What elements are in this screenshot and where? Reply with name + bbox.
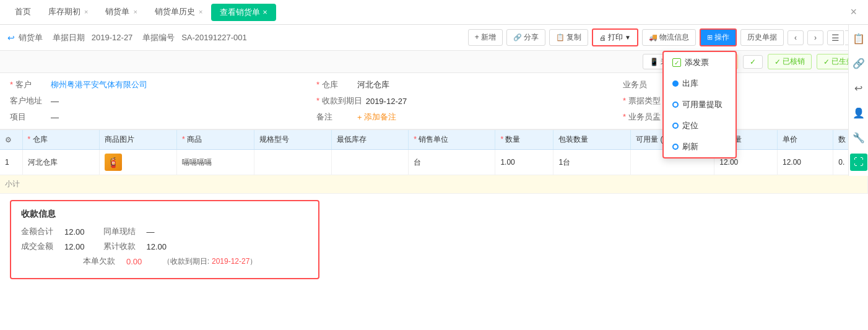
tab-sales-close[interactable]: × bbox=[133, 8, 137, 15]
operations-button[interactable]: ⊞ 操作 bbox=[700, 28, 737, 46]
tab-sales-history[interactable]: 销货单历史 × bbox=[146, 0, 211, 25]
sold-label: 已核销 bbox=[783, 56, 805, 67]
tab-sales-order[interactable]: 销货单 × bbox=[97, 0, 145, 25]
row-pack-qty: 1台 bbox=[553, 150, 631, 175]
next-button[interactable]: › bbox=[807, 30, 823, 45]
new-button[interactable]: + 新增 bbox=[468, 29, 503, 46]
tab-bar: 首页 库存期初 × 销货单 × 销货单历史 × 查看销货单 × × bbox=[0, 0, 868, 25]
payment-date-value: 2019-12-27 bbox=[366, 97, 407, 106]
doc-number-label: 单据编号 SA-20191227-001 bbox=[142, 32, 246, 43]
toolbar-right: + 新增 🔗 分享 📋 复制 🖨 打印 ▼ 🚚 物流信息 bbox=[468, 28, 861, 46]
due-label: 本单欠款 bbox=[83, 256, 126, 267]
prev-button[interactable]: ‹ bbox=[788, 30, 804, 45]
row-unit: 台 bbox=[409, 150, 495, 175]
settings-icon[interactable]: ⚙ bbox=[5, 136, 12, 144]
customer-value[interactable]: 柳州粤港平安气体有限公司 bbox=[51, 79, 147, 90]
locate-item[interactable]: 定位 bbox=[664, 115, 736, 136]
tab-sales-label: 销货单 bbox=[105, 6, 129, 17]
warehouse-field: 仓库 河北仓库 bbox=[316, 79, 610, 90]
cumulative-value: 12.00 bbox=[147, 242, 167, 251]
list-view-button[interactable]: ☰ bbox=[827, 30, 844, 45]
panel-icon-5[interactable]: 🔧 bbox=[850, 129, 867, 146]
col-min-stock: 最低库存 bbox=[331, 130, 409, 150]
warehouse-label: 仓库 bbox=[316, 79, 354, 90]
doc-meta: 单据日期 2019-12-27 单据编号 SA-20191227-001 bbox=[53, 32, 247, 43]
settlement-label: 同单现结 bbox=[103, 226, 147, 237]
check-button[interactable]: ✓ bbox=[743, 55, 763, 69]
note-field: 备注 + 添加备注 bbox=[316, 111, 610, 123]
doc-type-label: 销货单 bbox=[19, 32, 43, 43]
add-invoice-label: 添发票 bbox=[685, 57, 709, 68]
doc-date-label: 单据日期 2019-12-27 bbox=[53, 32, 132, 43]
tab-home[interactable]: 首页 bbox=[6, 0, 40, 25]
window-close-button[interactable]: × bbox=[845, 6, 862, 19]
logistics-button[interactable]: 🚚 物流信息 bbox=[642, 29, 696, 46]
note-label: 备注 bbox=[316, 111, 354, 123]
settlement-value: — bbox=[147, 227, 155, 237]
view-sales-order-button[interactable]: 查看销货单 × bbox=[211, 4, 276, 21]
panel-icon-3[interactable]: ↩ bbox=[850, 79, 867, 97]
product-image: 🧯 bbox=[105, 154, 122, 171]
available-qty-icon bbox=[672, 102, 679, 108]
sold-badge[interactable]: ✓ 已核销 bbox=[768, 54, 812, 69]
customer-field: 客户 柳州粤港平安气体有限公司 bbox=[10, 79, 304, 90]
col-spec: 规格型号 bbox=[254, 130, 331, 150]
total-value: 12.00 bbox=[64, 227, 85, 237]
share-button[interactable]: 🔗 分享 bbox=[506, 29, 545, 46]
payment-date-label: 收款到期日 bbox=[316, 95, 362, 106]
outbound-icon bbox=[672, 80, 679, 87]
doc-date-value: 2019-12-27 bbox=[92, 33, 133, 42]
copy-button[interactable]: 📋 复制 bbox=[549, 29, 588, 46]
col-warehouse: 仓库 bbox=[22, 130, 100, 150]
panel-icon-2[interactable]: 🔗 bbox=[850, 54, 867, 72]
subtotal-row: 小计 bbox=[0, 175, 868, 194]
salesperson-field: 业务员盂 — bbox=[623, 111, 858, 123]
col-qty: 数量 bbox=[495, 130, 553, 150]
add-note-icon: + bbox=[357, 113, 362, 122]
ticket-label: 票据类型 bbox=[623, 95, 661, 106]
tab-inventory-close[interactable]: × bbox=[84, 8, 88, 15]
doc-type: ↩ 销货单 bbox=[7, 32, 43, 43]
outbound-label: 出库 bbox=[682, 78, 698, 89]
operations-dropdown: ✓ 添发票 出库 可用量提取 定位 bbox=[662, 51, 737, 158]
col-product: 商品 bbox=[177, 130, 254, 150]
doc-number-value: SA-20191227-001 bbox=[181, 33, 247, 42]
tab-history-close[interactable]: × bbox=[199, 8, 202, 15]
add-invoice-item[interactable]: ✓ 添发票 bbox=[664, 52, 736, 73]
customer-label: 客户 bbox=[10, 79, 47, 90]
project-value: — bbox=[51, 113, 59, 122]
panel-expand-button[interactable]: ⛶ bbox=[850, 154, 867, 171]
due-note-end: ） bbox=[250, 256, 257, 267]
tab-inventory-init[interactable]: 库存期初 × bbox=[40, 0, 97, 25]
refresh-label: 刷新 bbox=[682, 141, 698, 152]
row-price: 12.00 bbox=[777, 150, 833, 175]
address-label: 客户地址 bbox=[10, 95, 47, 106]
employee-label: 业务员 bbox=[623, 79, 660, 90]
outbound-item[interactable]: 出库 bbox=[664, 73, 736, 94]
payment-row-2: 成交金额 12.00 累计收款 12.00 bbox=[21, 241, 308, 252]
view-sales-order-label: 查看销货单 bbox=[220, 7, 260, 18]
product-table-wrap: ⚙ 仓库 商品图片 商品 规格型号 最低库存 销售单位 数量 包装数量 可用量 … bbox=[0, 129, 868, 194]
add-note-button[interactable]: + 添加备注 bbox=[357, 111, 396, 123]
project-field: 项目 — bbox=[10, 111, 304, 123]
view-sales-close-icon[interactable]: × bbox=[263, 7, 267, 17]
doc-toolbar: ↩ 销货单 单据日期 2019-12-27 单据编号 SA-20191227-0… bbox=[0, 25, 868, 51]
address-value: — bbox=[51, 97, 59, 106]
transaction-value: 12.00 bbox=[64, 242, 85, 251]
row-min-stock bbox=[331, 150, 409, 175]
refresh-item[interactable]: 刷新 bbox=[664, 136, 736, 157]
locate-label: 定位 bbox=[682, 120, 698, 131]
panel-icon-4[interactable]: 👤 bbox=[850, 104, 867, 121]
panel-icon-1[interactable]: 📋 bbox=[850, 30, 867, 47]
total-label: 金额合计 bbox=[21, 226, 64, 237]
col-settings[interactable]: ⚙ bbox=[0, 130, 22, 150]
col-pack-qty: 包装数量 bbox=[553, 130, 631, 150]
sec-toolbar: 📱 来自手机 未开票 ✓ ✓ 已核销 ✓ 已生效 bbox=[0, 51, 868, 73]
payment-row-1: 金额合计 12.00 同单现结 — bbox=[21, 226, 308, 237]
print-button[interactable]: 🖨 打印 ▼ bbox=[592, 28, 638, 46]
address-field: 客户地址 — bbox=[10, 95, 304, 106]
salesperson-label: 业务员盂 bbox=[623, 111, 661, 123]
available-qty-item[interactable]: 可用量提取 bbox=[664, 94, 736, 115]
due-date: 2019-12-27 bbox=[212, 257, 250, 266]
history-button[interactable]: 历史单据 bbox=[740, 29, 784, 46]
